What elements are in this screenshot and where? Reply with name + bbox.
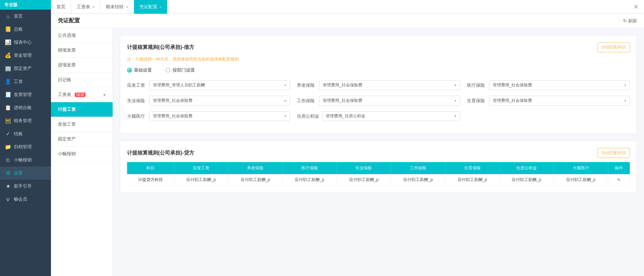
major-medical-select[interactable]: 管理费用_社会保险费 ▾ bbox=[149, 111, 290, 121]
field-unemployment: 失业保险 管理费用_社会保险费 ▾ bbox=[127, 96, 290, 106]
tab-voucher-config-label: 凭证配置 bbox=[139, 4, 157, 10]
cell-unemployment: 应付职工薪酬_p bbox=[337, 174, 391, 186]
chevron-down-icon: ▾ bbox=[624, 83, 626, 87]
tab-period-close[interactable]: 期末结转 × bbox=[100, 0, 134, 14]
col-pension: 养老保险 bbox=[228, 162, 283, 174]
right-content: 计提核算规则(公司承担)-借方 自动匹配科目 注：只能选择一种方式，系统将按照您… bbox=[113, 28, 644, 276]
sidebar-item-member[interactable]: V 畅会员 bbox=[0, 193, 51, 206]
sidebar-item-settings[interactable]: ⚙ 设置 bbox=[0, 167, 51, 180]
col-unemployment: 失业保险 bbox=[337, 162, 391, 174]
medical-select[interactable]: 管理费用_社会保险费 ▾ bbox=[489, 80, 630, 90]
nav-item-label: 小畅报销 bbox=[58, 151, 76, 157]
col-maternity: 生育保险 bbox=[445, 162, 500, 174]
tab-voucher-config-close[interactable]: × bbox=[159, 5, 162, 9]
nav-item-pay-salary[interactable]: 发放工资 bbox=[51, 117, 113, 132]
sidebar-item-tax-mgmt[interactable]: 🧮 税务管理 bbox=[0, 114, 51, 127]
nav-item-payroll-table[interactable]: 工资表 NEW ▾ bbox=[51, 87, 113, 102]
unemployment-label: 失业保险 bbox=[127, 98, 146, 104]
sidebar-item-label: 新手引导 bbox=[14, 183, 32, 189]
cell-action[interactable]: ✎ bbox=[608, 174, 630, 186]
sidebar-item-purchase-sales[interactable]: 📋 进销台账 bbox=[0, 101, 51, 114]
credit-auto-match-button[interactable]: 自动匹配科目 bbox=[598, 148, 630, 158]
work-injury-select[interactable]: 管理费用_社会保险费 ▾ bbox=[319, 96, 460, 106]
credit-section-header: 计提核算规则(公司承担)-贷方 自动匹配科目 bbox=[127, 148, 630, 158]
sidebar-item-archive[interactable]: 📁 归档管理 bbox=[0, 140, 51, 153]
cell-major-medical-value: 应付职工薪酬_p bbox=[562, 177, 600, 183]
nav-item-public-options[interactable]: 公共选项 bbox=[51, 28, 113, 43]
purchase-icon: 📋 bbox=[5, 105, 11, 111]
pension-value: 管理费用_社会保险费 bbox=[323, 82, 453, 88]
sidebar-item-settlement[interactable]: ✓ 结账 bbox=[0, 127, 51, 140]
salary-icon: 👤 bbox=[5, 78, 11, 85]
field-housing-fund: 住房公积金 管理费用_住房公积金 ▾ bbox=[297, 111, 460, 121]
medical-label: 医疗保险 bbox=[467, 82, 486, 88]
sidebar-item-fixed-assets[interactable]: 🏢 固定资产 bbox=[0, 62, 51, 75]
nav-item-xc-expense[interactable]: 小畅报销 bbox=[51, 147, 113, 161]
field-medical: 医疗保险 管理费用_社会保险费 ▾ bbox=[467, 80, 630, 90]
unemployment-value: 管理费用_社会保险费 bbox=[153, 98, 283, 104]
sidebar-item-general-ledger[interactable]: 📒 总账 bbox=[0, 23, 51, 36]
nav-item-fixed-assets[interactable]: 固定资产 bbox=[51, 132, 113, 147]
sidebar-item-label: 小畅报销 bbox=[14, 157, 32, 163]
medical-value: 管理费用_社会保险费 bbox=[493, 82, 623, 88]
debit-title: 计提核算规则(公司承担)-借方 bbox=[127, 44, 194, 51]
col-major-medical: 大额医疗 bbox=[554, 162, 608, 174]
sidebar-item-salary[interactable]: 👤 工资 bbox=[0, 75, 51, 88]
sidebar-item-guide[interactable]: ★ 新手引导 bbox=[0, 180, 51, 193]
tab-voucher-config[interactable]: 凭证配置 × bbox=[134, 0, 167, 14]
tab-payroll-close[interactable]: × bbox=[92, 5, 94, 9]
nav-item-journal[interactable]: 日记账 bbox=[51, 73, 113, 87]
maternity-label: 生育保险 bbox=[467, 98, 486, 104]
major-medical-label: 大额医疗 bbox=[127, 113, 146, 119]
sidebar-item-label: 资金管理 bbox=[14, 52, 32, 59]
credit-title: 计提核算规则(公司承担)-贷方 bbox=[127, 150, 194, 156]
col-action: 操作 bbox=[608, 162, 630, 174]
table-header-row: 科目 应发工资 养老保险 医疗保险 失业保险 工伤保险 生育保险 住房公积金 大… bbox=[127, 162, 630, 174]
pension-select[interactable]: 管理费用_社会保险费 ▾ bbox=[319, 80, 460, 90]
cell-pension: 应付职工薪酬_p bbox=[228, 174, 283, 186]
work-injury-value: 管理费用_社会保险费 bbox=[323, 98, 453, 104]
col-medical: 医疗保险 bbox=[282, 162, 337, 174]
sidebar-item-invoice-mgmt[interactable]: 🧾 发票管理 bbox=[0, 88, 51, 101]
sidebar-item-funds[interactable]: 💰 资金管理 bbox=[0, 49, 51, 62]
nav-item-calc-salary[interactable]: 计提工资 bbox=[51, 102, 113, 117]
nav-item-label: 计提工资 bbox=[58, 106, 76, 113]
edit-icon[interactable]: ✎ bbox=[617, 178, 621, 182]
sidebar-item-label: 固定资产 bbox=[14, 65, 32, 72]
sidebar-item-label: 报表中心 bbox=[14, 39, 32, 45]
housing-fund-label: 住房公积金 bbox=[297, 113, 319, 119]
credit-table-wrapper: 科目 应发工资 养老保险 医疗保险 失业保险 工伤保险 生育保险 住房公积金 大… bbox=[127, 162, 630, 186]
nav-item-purchase-invoice[interactable]: 进项发票 bbox=[51, 58, 113, 73]
radio-basic[interactable]: 基础设置 bbox=[127, 67, 152, 73]
tab-payroll[interactable]: 工资表 × bbox=[71, 0, 100, 14]
refresh-button[interactable]: ↻ 刷新 bbox=[623, 18, 637, 24]
maternity-select[interactable]: 管理费用_社会保险费 ▾ bbox=[489, 96, 630, 106]
debit-note: 注：只能选择一种方式，系统将按照您当前的选择来配置规则 bbox=[127, 56, 630, 62]
gross-salary-label: 应发工资 bbox=[127, 82, 146, 88]
radio-dept[interactable]: 按部门设置 bbox=[166, 67, 195, 73]
home-icon: ⌂ bbox=[5, 13, 11, 19]
tab-period-close-close[interactable]: × bbox=[126, 5, 128, 9]
nav-item-label: 公共选项 bbox=[58, 32, 76, 39]
debit-form-row-1: 应发工资 管理费用_管理人员职工薪酬 ▾ 养老保险 管理费用_社会保险费 ▾ bbox=[127, 80, 630, 90]
app-edition: 专业版 bbox=[0, 0, 51, 10]
nav-item-sales-invoice[interactable]: 销项发票 bbox=[51, 43, 113, 58]
unemployment-select[interactable]: 管理费用_社会保险费 ▾ bbox=[149, 96, 290, 106]
sidebar-item-home[interactable]: ⌂ 首页 bbox=[0, 10, 51, 23]
sidebar-item-xc-report[interactable]: © 小畅报销 bbox=[0, 153, 51, 167]
housing-fund-select[interactable]: 管理费用_住房公积金 ▾ bbox=[322, 111, 460, 121]
chevron-down-icon: ▾ bbox=[284, 83, 286, 87]
tab-home[interactable]: 首页 bbox=[51, 0, 71, 14]
tax-icon: 🧮 bbox=[5, 118, 11, 124]
work-injury-label: 工伤保险 bbox=[297, 98, 316, 104]
invoice-icon: 🧾 bbox=[5, 92, 11, 98]
cell-maternity: 应付职工薪酬_p bbox=[445, 174, 500, 186]
debit-auto-match-button[interactable]: 自动匹配科目 bbox=[598, 42, 630, 52]
cell-work-injury: 应付职工薪酬_p bbox=[391, 174, 445, 186]
close-all-button[interactable]: ✕ bbox=[633, 3, 644, 11]
radio-basic-circle bbox=[127, 68, 132, 73]
sidebar-item-label: 总账 bbox=[14, 26, 23, 32]
nav-item-label: 工资表 bbox=[58, 92, 71, 98]
sidebar-item-reports[interactable]: 📊 报表中心 bbox=[0, 36, 51, 49]
gross-salary-select[interactable]: 管理费用_管理人员职工薪酬 ▾ bbox=[149, 80, 290, 90]
